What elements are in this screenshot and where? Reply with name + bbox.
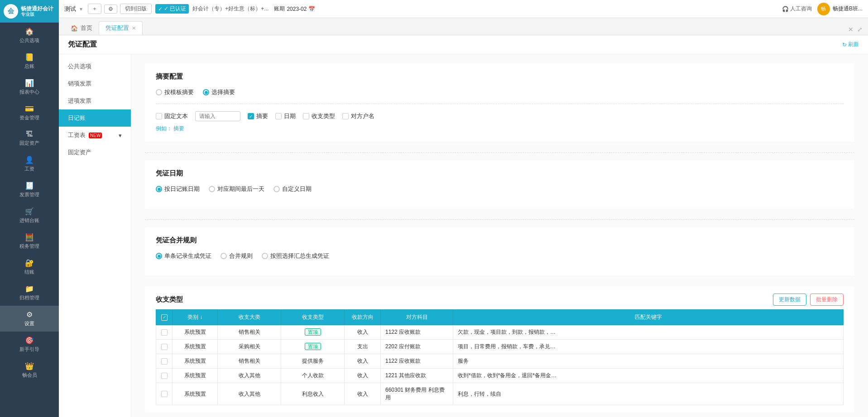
panel-title: 凭证配置 (68, 40, 97, 49)
radio-period-last-day[interactable]: 对应期间最后一天 (209, 185, 264, 193)
window-maximize-btn[interactable]: ⤢ (857, 26, 863, 33)
radio-select-summary[interactable]: 选择摘要 (203, 88, 235, 96)
summary-section: 摘要配置 按模板摘要 选择摘要 固定文本 (145, 63, 854, 142)
sidebar-item-archive[interactable]: 📁 归档管理 (0, 280, 59, 306)
pin-top-tag-1[interactable]: 置顶 (305, 343, 321, 350)
sidebar-item-home[interactable]: 🏠 公共选项 (0, 23, 59, 48)
sidebar-logo: 会 畅捷通好会计 专业版 (0, 0, 59, 23)
service-icon: 🎧 (782, 6, 789, 12)
nav-item-purchase-invoice[interactable]: 进项发票 (59, 92, 131, 109)
cell-major-type-2: 销售相关 (218, 354, 281, 369)
sidebar-item-invoice[interactable]: 🧾 发票管理 (0, 177, 59, 203)
radio-journal-date[interactable]: 按日记账日期 (156, 185, 200, 193)
checkbox-summary[interactable]: ✓ 摘要 (248, 112, 268, 120)
radio-period-circle (209, 186, 215, 192)
close-account-icon: 🔐 (25, 259, 34, 267)
tab-close-icon[interactable]: ✕ (132, 25, 136, 31)
table-row: 系统预置 销售相关 置顶 收入 1122 应收账款 欠款，现金，项目款，到款，报… (156, 325, 844, 340)
nav-item-sales-invoice[interactable]: 销项发票 (59, 75, 131, 92)
radio-aggregate[interactable]: 按照选择汇总生成凭证 (262, 252, 329, 260)
radio-template-summary[interactable]: 按模板摘要 (156, 88, 194, 96)
cell-sub-type-4: 利息收入 (281, 383, 345, 405)
sidebar-item-tax[interactable]: 🧮 税务管理 (0, 228, 59, 254)
user-menu[interactable]: 畅 畅捷通B班... (817, 3, 863, 15)
radio-single-circle (156, 253, 162, 259)
checkbox-income-type[interactable]: 收支类型 (303, 112, 335, 120)
capital-icon: 💳 (25, 104, 34, 113)
sidebar-item-report[interactable]: 📊 报表中心 (0, 74, 59, 100)
row-checkbox-0[interactable] (161, 329, 168, 336)
radio-journal-circle (156, 186, 162, 192)
section-divider2 (145, 219, 854, 220)
th-major-type: 收支大类 (218, 310, 281, 325)
table-row: 系统预置 收入其他 个人收款 收入 1221 其他应收款 收到*借款，收到*备用… (156, 369, 844, 383)
sidebar-item-settings[interactable]: ⚙ 设置 (0, 306, 59, 332)
logo-icon: 会 (4, 4, 18, 19)
service-btn[interactable]: 🎧 人工咨询 (782, 5, 812, 13)
topbar-plus-btn[interactable]: ＋ (88, 4, 101, 14)
row-checkbox-4[interactable] (161, 391, 168, 397)
cell-subject-2: 1122 应收账款 (381, 354, 453, 369)
radio-merge-rule[interactable]: 合并规则 (221, 252, 253, 260)
sidebar-item-ledger[interactable]: 📒 总账 (0, 48, 59, 74)
radio-merge-circle (221, 253, 227, 259)
row-checkbox-1[interactable] (161, 344, 168, 350)
batch-delete-btn[interactable]: 批量删除 (810, 294, 844, 306)
sidebar-item-member[interactable]: 👑 畅会员 (0, 357, 59, 383)
nav-item-journal[interactable]: 日记账 (59, 109, 131, 127)
tab-home[interactable]: 🏠 首页 (64, 21, 99, 35)
calendar-icon[interactable]: 📅 (308, 6, 315, 12)
sidebar-item-sales[interactable]: 🛒 进销台账 (0, 203, 59, 228)
archive-icon: 📁 (25, 284, 34, 293)
th-sub-type: 收支类型 (281, 310, 345, 325)
avatar: 畅 (817, 3, 830, 15)
tab-voucher-config[interactable]: 凭证配置 ✕ (99, 21, 143, 35)
company-arrow-icon[interactable]: ▾ (80, 6, 82, 12)
checkbox-fixed-text[interactable]: 固定文本 (156, 112, 188, 120)
select-all-checkbox[interactable]: ✓ (161, 314, 168, 321)
asset-icon: 🏗 (26, 130, 33, 138)
nav-item-public[interactable]: 公共选项 (59, 58, 131, 75)
fixed-text-input[interactable] (195, 111, 240, 121)
logo-text: 畅捷通好会计 专业版 (21, 5, 53, 17)
row-checkbox-3[interactable] (161, 373, 168, 379)
salary-icon: 👤 (25, 156, 34, 164)
certified-badge: ✓ ✓ 已认证 (155, 4, 189, 14)
pin-top-tag-0[interactable]: 置顶 (305, 328, 321, 336)
cell-major-type-0: 销售相关 (218, 325, 281, 340)
tab-home-label: 首页 (81, 24, 92, 32)
divider1 (156, 104, 844, 104)
summary-title: 摘要配置 (156, 72, 844, 81)
home-icon: 🏠 (25, 27, 34, 36)
income-expense-section: 收支类型 更新数据 批量删除 ✓ 类别 ↓ (145, 286, 854, 412)
tax-icon: 🧮 (25, 233, 34, 242)
config-content: 摘要配置 按模板摘要 选择摘要 固定文本 (131, 54, 868, 417)
window-minimize-btn[interactable]: ✕ (848, 26, 854, 33)
merge-radio-group: 单条记录生成凭证 合并规则 按照选择汇总生成凭证 (156, 252, 844, 260)
refresh-btn[interactable]: ↻ 刷新 (842, 41, 859, 48)
checkbox-date[interactable]: 日期 (275, 112, 296, 120)
row-checkbox-2[interactable] (161, 358, 168, 365)
nav-item-fixed-asset[interactable]: 固定资产 (59, 144, 131, 161)
ledger-icon: 📒 (25, 53, 34, 62)
radio-custom-date[interactable]: 自定义日期 (273, 185, 312, 193)
cell-direction-0: 收入 (345, 325, 381, 340)
sidebar-item-guide[interactable]: 🎯 新手引导 (0, 332, 59, 357)
certified-check-icon: ✓ (158, 6, 163, 12)
sidebar-item-capital[interactable]: 💳 资金管理 (0, 100, 59, 126)
cell-keywords-2: 服务 (453, 354, 844, 369)
sidebar-item-close[interactable]: 🔐 结账 (0, 254, 59, 280)
checkbox-counterparty[interactable]: 对方户名 (342, 112, 374, 120)
topbar-settings-btn[interactable]: ⚙ (104, 5, 117, 14)
radio-template-circle (156, 89, 162, 95)
sidebar-item-salary[interactable]: 👤 工资 (0, 151, 59, 177)
update-data-btn[interactable]: 更新数据 (773, 294, 806, 306)
checkbox-row: 固定文本 ✓ 摘要 日期 收支类型 (156, 111, 844, 121)
switch-version-btn[interactable]: 切到旧版 (120, 4, 152, 14)
nav-item-payroll[interactable]: 工资表 NEW ▾ (59, 127, 131, 144)
radio-single-record[interactable]: 单条记录生成凭证 (156, 252, 211, 260)
cell-keywords-3: 收到*借款，收到*备用金，退回*备用金，个人 (453, 369, 844, 383)
sidebar-item-asset[interactable]: 🏗 固定资产 (0, 126, 59, 151)
summary-radio-group: 按模板摘要 选择摘要 (156, 88, 844, 96)
report-icon: 📊 (25, 79, 34, 87)
